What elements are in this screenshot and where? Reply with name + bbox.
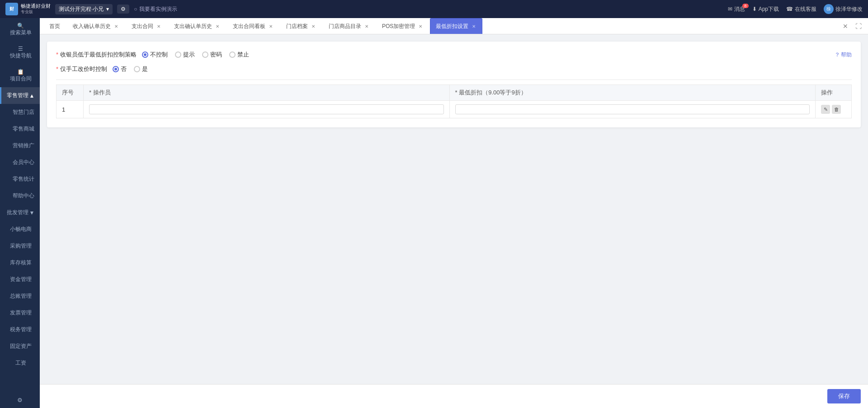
sidebar-item-funds[interactable]: 资金管理 — [0, 271, 40, 288]
tab-close-payment-contract[interactable]: ✕ — [156, 23, 161, 29]
sidebar-settings-button[interactable]: ⚙ — [0, 392, 40, 408]
operator-input[interactable] — [89, 104, 444, 114]
tab-payment-confirm-history[interactable]: 支出确认单历史 ✕ — [168, 18, 226, 34]
logo-sub: 专业版 — [21, 9, 51, 15]
radio-no[interactable]: 否 — [113, 65, 127, 73]
app-download-button[interactable]: ⬇ App下载 — [752, 5, 779, 13]
top-header: 财 畅捷通好业财 专业版 测试分开完程·小兄 ▾ ⚙ ○ 我要看实例演示 ✉ 消… — [0, 0, 868, 18]
sidebar-item-marketing[interactable]: 营销推广 — [0, 137, 40, 154]
save-button[interactable]: 保存 — [827, 389, 861, 403]
sidebar-item-invoice[interactable]: 发票管理 — [0, 305, 40, 321]
user-area[interactable]: 徐 徐泽华修改 — [824, 4, 863, 14]
radio-password[interactable]: 密码 — [202, 51, 222, 59]
tab-close-payment-contract-board[interactable]: ✕ — [268, 23, 274, 29]
demo-link-text: 我要看实例演示 — [139, 5, 177, 13]
sidebar-item-purchase[interactable]: 采购管理 — [0, 238, 40, 254]
form-row-1: 收银员低于最低折扣控制策略 不控制 提示 密码 — [56, 51, 852, 59]
sidebar-item-tax[interactable]: 税务管理 — [0, 321, 40, 338]
username: 徐泽华修改 — [835, 5, 863, 13]
tab-store-product-catalog[interactable]: 门店商品目录 ✕ — [323, 18, 375, 34]
settings-card: 收银员低于最低折扣控制策略 不控制 提示 密码 — [47, 42, 861, 127]
sidebar-item-ledger[interactable]: 总账管理 — [0, 288, 40, 305]
tab-payment-contract[interactable]: 支出合同 ✕ — [126, 18, 167, 34]
tab-close-store-product-catalog[interactable]: ✕ — [364, 23, 369, 29]
sidebar-item-retail-stats[interactable]: 零售统计 — [0, 171, 40, 188]
projects-icon: 📋 — [3, 69, 38, 75]
help-link[interactable]: ？ 帮助 — [835, 51, 852, 59]
radio-yes[interactable]: 是 — [134, 65, 148, 73]
radio-circle-no — [113, 66, 119, 72]
delete-row-button[interactable]: 🗑 — [832, 105, 841, 114]
settings-gear-icon: ⚙ — [17, 397, 23, 403]
messages-button[interactable]: ✉ 消息 8 — [728, 5, 745, 13]
table-head: 序号 * 操作员 * 最低折扣（9.00等于9折） 操作 — [57, 85, 852, 101]
radio-prompt[interactable]: 提示 — [175, 51, 195, 59]
tab-payment-contract-board[interactable]: 支出合同看板 ✕ — [227, 18, 279, 34]
tab-income-history[interactable]: 收入确认单历史 ✕ — [67, 18, 125, 34]
col-header-actions: 操作 — [816, 85, 852, 101]
col-header-operator: * 操作员 — [84, 85, 450, 101]
chevron-down-icon: ▾ — [106, 6, 109, 12]
sidebar-item-search[interactable]: 🔍 搜索菜单 — [0, 18, 40, 41]
close-tab-button[interactable]: ✕ — [840, 22, 851, 31]
table-body: 1 ✎ 🗑 — [57, 101, 852, 118]
app-download-label: App下载 — [759, 5, 779, 13]
radio-forbid[interactable]: 禁止 — [229, 51, 249, 59]
avatar: 徐 — [824, 4, 834, 14]
logo-icon: 财 — [5, 3, 18, 15]
radio-circle-no-control — [142, 52, 148, 58]
tab-close-payment-confirm-history[interactable]: ✕ — [215, 23, 220, 29]
tab-store-profile[interactable]: 门店档案 ✕ — [280, 18, 322, 34]
sidebar-item-assets[interactable]: 固定资产 — [0, 338, 40, 355]
row-actions: ✎ 🗑 — [821, 105, 846, 114]
project-name: 测试分开完程·小兄 — [59, 5, 104, 13]
retail-label: 零售管理 — [7, 92, 28, 99]
sidebar-item-ecommerce[interactable]: 小畅电商 — [0, 221, 40, 238]
field2-radio-group: 否 是 — [113, 65, 148, 73]
tab-close-min-discount-settings[interactable]: ✕ — [471, 23, 476, 29]
service-icon: ☎ — [786, 6, 793, 12]
settings-button[interactable]: ⚙ — [117, 5, 129, 14]
demo-link[interactable]: ○ 我要看实例演示 — [134, 5, 177, 13]
radio-circle-forbid — [229, 52, 236, 58]
header-left: 财 畅捷通好业财 专业版 测试分开完程·小兄 ▾ ⚙ ○ 我要看实例演示 — [5, 3, 177, 15]
tab-close-store-profile[interactable]: ✕ — [311, 23, 316, 29]
main-layout: 🔍 搜索菜单 ☰ 快捷导航 📋 项目合同 零售管理 ▲ 智慧门店 零售商城 营销… — [0, 18, 868, 408]
sidebar: 🔍 搜索菜单 ☰ 快捷导航 📋 项目合同 零售管理 ▲ 智慧门店 零售商城 营销… — [0, 18, 40, 408]
field1-label: 收银员低于最低折扣控制策略 — [56, 51, 137, 59]
cell-actions: ✎ 🗑 — [816, 101, 852, 118]
form-row-2: 仅手工改价时控制 否 是 — [56, 65, 852, 73]
circle-icon: ○ — [134, 6, 137, 12]
sidebar-item-payroll[interactable]: 工资 — [0, 355, 40, 371]
sidebar-item-inventory[interactable]: 库存核算 — [0, 254, 40, 271]
col-header-index: 序号 — [57, 85, 84, 101]
tab-bar: 首页 收入确认单历史 ✕ 支出合同 ✕ 支出确认单历史 ✕ 支出合同看板 ✕ 门… — [40, 18, 868, 34]
tab-min-discount-settings[interactable]: 最低折扣设置 ✕ — [430, 18, 482, 34]
project-selector[interactable]: 测试分开完程·小兄 ▾ — [55, 4, 113, 14]
message-icon: ✉ — [728, 6, 732, 12]
sidebar-item-members[interactable]: 会员中心 — [0, 154, 40, 171]
maximize-tab-button[interactable]: ⛶ — [853, 22, 864, 31]
tab-close-income-history[interactable]: ✕ — [113, 23, 119, 29]
sidebar-item-projects[interactable]: 📋 项目合同 — [0, 64, 40, 87]
cell-operator — [84, 101, 450, 118]
tab-home[interactable]: 首页 — [43, 18, 66, 34]
table-container: 序号 * 操作员 * 最低折扣（9.00等于9折） 操作 1 — [56, 84, 852, 118]
sidebar-item-smart-store[interactable]: 智慧门店 — [0, 104, 40, 121]
sidebar-item-help[interactable]: 帮助中心 — [0, 188, 40, 204]
shortcuts-icon: ☰ — [3, 46, 38, 52]
chevron-up-icon: ▲ — [29, 93, 35, 99]
tab-close-pos-password[interactable]: ✕ — [418, 23, 423, 29]
tab-pos-password[interactable]: POS加密管理 ✕ — [376, 18, 429, 34]
sidebar-item-wholesale[interactable]: 批发管理 ▼ — [0, 204, 40, 221]
sidebar-item-shortcuts[interactable]: ☰ 快捷导航 — [0, 41, 40, 64]
sidebar-item-retail-mall[interactable]: 零售商城 — [0, 121, 40, 137]
footer-bar: 保存 — [40, 384, 868, 408]
sidebar-item-retail[interactable]: 零售管理 ▲ — [0, 87, 40, 104]
table-row: 1 ✎ 🗑 — [57, 101, 852, 118]
gear-icon: ⚙ — [121, 6, 126, 12]
min-discount-input[interactable] — [455, 104, 810, 114]
edit-row-button[interactable]: ✎ — [821, 105, 830, 114]
radio-no-control[interactable]: 不控制 — [142, 51, 168, 59]
online-service-button[interactable]: ☎ 在线客服 — [786, 5, 816, 13]
